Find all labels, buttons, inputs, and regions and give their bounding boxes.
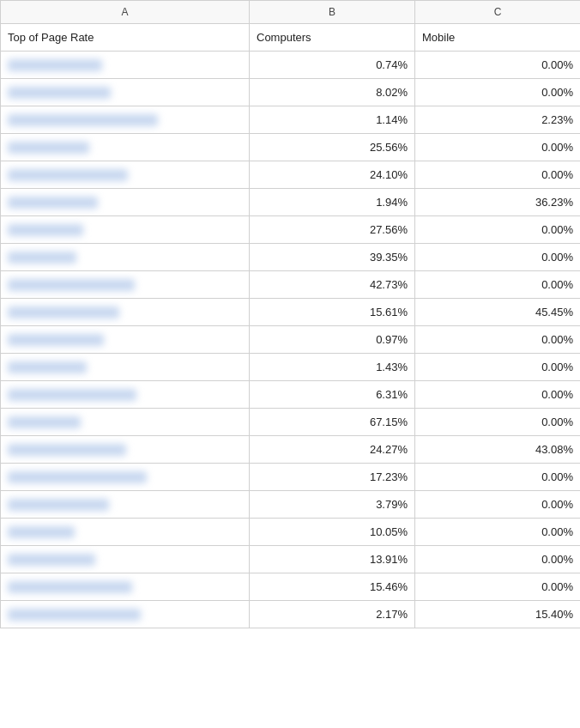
url-cell-a[interactable] xyxy=(1,464,250,491)
table-row: 25.56%0.00% xyxy=(1,134,581,161)
mobile-value[interactable]: 2.23% xyxy=(415,106,581,134)
mobile-value[interactable]: 0.00% xyxy=(415,519,581,546)
mobile-value[interactable]: 0.00% xyxy=(415,464,581,491)
url-cell-a[interactable] xyxy=(1,381,250,409)
mobile-value[interactable]: 43.08% xyxy=(415,436,581,464)
mobile-value[interactable]: 0.00% xyxy=(415,134,581,161)
url-cell-a[interactable] xyxy=(1,244,250,271)
computers-value[interactable]: 3.79% xyxy=(250,491,415,519)
url-cell-a[interactable] xyxy=(1,161,250,189)
computers-value[interactable]: 25.56% xyxy=(250,134,415,161)
mobile-value[interactable]: 0.00% xyxy=(415,409,581,436)
col-c-subheader[interactable]: Mobile xyxy=(415,24,581,52)
table-row: 17.23%0.00% xyxy=(1,464,581,491)
mobile-value[interactable]: 0.00% xyxy=(415,326,581,354)
table-row: 10.05%0.00% xyxy=(1,519,581,546)
url-cell-a[interactable] xyxy=(1,601,250,628)
url-cell-a[interactable] xyxy=(1,436,250,464)
url-cell-a[interactable] xyxy=(1,409,250,436)
mobile-value[interactable]: 0.00% xyxy=(415,79,581,106)
table-row: 27.56%0.00% xyxy=(1,216,581,244)
mobile-value[interactable]: 36.23% xyxy=(415,189,581,216)
computers-value[interactable]: 0.74% xyxy=(250,52,415,79)
url-cell-a[interactable] xyxy=(1,573,250,601)
url-cell-a[interactable] xyxy=(1,354,250,381)
column-c-header[interactable]: C xyxy=(415,1,581,24)
computers-value[interactable]: 1.14% xyxy=(250,106,415,134)
url-cell-a[interactable] xyxy=(1,52,250,79)
computers-value[interactable]: 24.27% xyxy=(250,436,415,464)
col-b-subheader[interactable]: Computers xyxy=(250,24,415,52)
url-cell-a[interactable] xyxy=(1,271,250,299)
computers-value[interactable]: 8.02% xyxy=(250,79,415,106)
mobile-value[interactable]: 0.00% xyxy=(415,381,581,409)
mobile-value[interactable]: 0.00% xyxy=(415,271,581,299)
table-row: 1.94%36.23% xyxy=(1,189,581,216)
url-cell-a[interactable] xyxy=(1,519,250,546)
mobile-value[interactable]: 0.00% xyxy=(415,52,581,79)
computers-value[interactable]: 24.10% xyxy=(250,161,415,189)
table-row: 15.46%0.00% xyxy=(1,573,581,601)
mobile-value[interactable]: 0.00% xyxy=(415,354,581,381)
mobile-value[interactable]: 45.45% xyxy=(415,299,581,326)
computers-value[interactable]: 67.15% xyxy=(250,409,415,436)
url-cell-a[interactable] xyxy=(1,326,250,354)
url-cell-a[interactable] xyxy=(1,106,250,134)
column-a-header[interactable]: A xyxy=(1,1,250,24)
mobile-value[interactable]: 0.00% xyxy=(415,573,581,601)
mobile-value[interactable]: 0.00% xyxy=(415,244,581,271)
computers-value[interactable]: 15.61% xyxy=(250,299,415,326)
table-row: 42.73%0.00% xyxy=(1,271,581,299)
col-a-subheader[interactable]: Top of Page Rate xyxy=(1,24,250,52)
table-row: 2.17%15.40% xyxy=(1,601,581,628)
subheader-row: Top of Page Rate Computers Mobile xyxy=(1,24,581,52)
spreadsheet-table: A B C Top of Page Rate Computers Mobile … xyxy=(0,0,580,628)
table-row: 6.31%0.00% xyxy=(1,381,581,409)
table-row: 3.79%0.00% xyxy=(1,491,581,519)
computers-value[interactable]: 10.05% xyxy=(250,519,415,546)
mobile-value[interactable]: 15.40% xyxy=(415,601,581,628)
computers-value[interactable]: 6.31% xyxy=(250,381,415,409)
computers-value[interactable]: 27.56% xyxy=(250,216,415,244)
computers-value[interactable]: 13.91% xyxy=(250,546,415,573)
url-cell-a[interactable] xyxy=(1,189,250,216)
computers-value[interactable]: 1.94% xyxy=(250,189,415,216)
computers-value[interactable]: 42.73% xyxy=(250,271,415,299)
url-cell-a[interactable] xyxy=(1,134,250,161)
table-row: 13.91%0.00% xyxy=(1,546,581,573)
computers-value[interactable]: 15.46% xyxy=(250,573,415,601)
url-cell-a[interactable] xyxy=(1,546,250,573)
table-row: 0.74%0.00% xyxy=(1,52,581,79)
computers-value[interactable]: 0.97% xyxy=(250,326,415,354)
mobile-value[interactable]: 0.00% xyxy=(415,161,581,189)
url-cell-a[interactable] xyxy=(1,299,250,326)
mobile-value[interactable]: 0.00% xyxy=(415,216,581,244)
mobile-value[interactable]: 0.00% xyxy=(415,546,581,573)
table-row: 1.14%2.23% xyxy=(1,106,581,134)
table-row: 15.61%45.45% xyxy=(1,299,581,326)
table-row: 39.35%0.00% xyxy=(1,244,581,271)
table-row: 67.15%0.00% xyxy=(1,409,581,436)
url-cell-a[interactable] xyxy=(1,79,250,106)
table-row: 24.27%43.08% xyxy=(1,436,581,464)
computers-value[interactable]: 39.35% xyxy=(250,244,415,271)
url-cell-a[interactable] xyxy=(1,216,250,244)
computers-value[interactable]: 1.43% xyxy=(250,354,415,381)
table-row: 0.97%0.00% xyxy=(1,326,581,354)
mobile-value[interactable]: 0.00% xyxy=(415,491,581,519)
table-row: 24.10%0.00% xyxy=(1,161,581,189)
column-b-header[interactable]: B xyxy=(250,1,415,24)
computers-value[interactable]: 2.17% xyxy=(250,601,415,628)
url-cell-a[interactable] xyxy=(1,491,250,519)
computers-value[interactable]: 17.23% xyxy=(250,464,415,491)
column-header-row: A B C xyxy=(1,1,581,24)
table-row: 1.43%0.00% xyxy=(1,354,581,381)
table-row: 8.02%0.00% xyxy=(1,79,581,106)
